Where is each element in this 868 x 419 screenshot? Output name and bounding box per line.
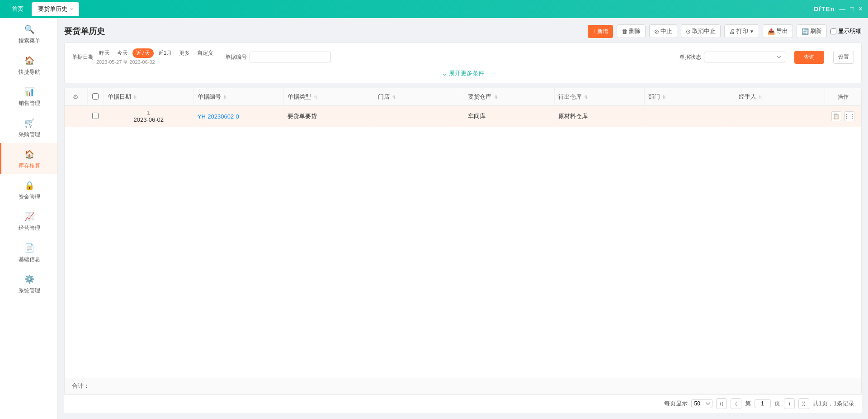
th-check (87, 88, 104, 106)
th-handler: 经手人 ⇅ (735, 88, 825, 106)
brand-label: OfTEn (813, 5, 835, 13)
last-page-button[interactable]: ⟩⟩ (798, 398, 809, 409)
th-handler-label: 经手人 (739, 93, 756, 100)
settings-button[interactable]: 设置 (833, 51, 854, 64)
prev-page-button[interactable]: ⟨ (731, 398, 741, 409)
tab-home[interactable]: 首页 (5, 2, 30, 16)
sidebar-item-sys-mgmt[interactable]: ⚙️ 系统管理 (0, 268, 57, 299)
refresh-label: 刷新 (810, 27, 822, 35)
display-detail-toggle[interactable]: 显示明细 (830, 27, 862, 35)
sidebar-item-sales-mgmt[interactable]: 📊 销售管理 (0, 81, 57, 112)
th-operation: 操作 (825, 88, 861, 106)
date-btn-7days[interactable]: 近7天 (132, 48, 154, 58)
export-button[interactable]: 📤 导出 (763, 24, 793, 38)
inventory-icon: 🏠 (24, 149, 34, 159)
table-wrapper: ⚙ 单据日期 ⇅ 单据编号 ⇅ (64, 88, 862, 394)
th-dept-label: 部门 (648, 93, 660, 100)
select-all-checkbox[interactable] (92, 93, 99, 100)
th-doctype-sort-icon[interactable]: ⇅ (314, 95, 317, 100)
tab-requisition-history[interactable]: 要货单历史 × (32, 2, 79, 16)
tab-close-icon[interactable]: × (70, 6, 73, 12)
th-doc-type: 单据类型 ⇅ (284, 88, 374, 106)
sidebar-item-search-menu[interactable]: 🔍 搜索菜单 (0, 18, 57, 49)
doc-no-filter: 单据编号 (225, 52, 331, 62)
date-btn-today[interactable]: 今天 (114, 48, 131, 58)
refresh-button[interactable]: 🔄 刷新 (797, 24, 827, 38)
search-menu-icon: 🔍 (24, 24, 34, 34)
td-pending-warehouse: 原材料仓库 (554, 106, 644, 127)
window-close-icon[interactable]: × (859, 5, 863, 13)
sidebar-item-inventory-label: 库存核算 (19, 162, 40, 170)
topbar: 首页 要货单历史 × OfTEn — □ × (0, 0, 868, 18)
th-doc-type-label: 单据类型 (288, 93, 311, 100)
minimize-icon[interactable]: — (839, 5, 845, 13)
th-reqwh-sort-icon[interactable]: ⇅ (494, 95, 498, 100)
td-settings (65, 106, 87, 127)
status-select[interactable] (704, 52, 785, 62)
sidebar-item-sales-mgmt-label: 销售管理 (19, 100, 40, 107)
row-checkbox[interactable] (92, 113, 99, 119)
sidebar-item-ops-mgmt[interactable]: 📈 经营管理 (0, 205, 57, 237)
td-store (374, 106, 464, 127)
column-settings-icon[interactable]: ⚙ (73, 93, 79, 100)
date-btn-more[interactable]: 更多 (176, 48, 193, 58)
requisition-table: ⚙ 单据日期 ⇅ 单据编号 ⇅ (65, 88, 861, 127)
row-edit-button[interactable]: 📋 (831, 111, 841, 121)
sidebar-item-purchase-mgmt[interactable]: 🛒 采购管理 (0, 112, 57, 143)
export-icon: 📤 (768, 28, 775, 35)
expand-more[interactable]: ⌄ 展开更多条件 (72, 69, 854, 77)
th-store-sort-icon[interactable]: ⇅ (392, 95, 396, 100)
delete-button[interactable]: 🗑 删除 (617, 24, 646, 38)
th-doc-no-label: 单据编号 (198, 93, 221, 100)
th-doc-no: 单据编号 ⇅ (193, 88, 283, 106)
page-title: 要货单历史 (64, 26, 105, 37)
sidebar-item-quick-nav[interactable]: 🏠 快捷导航 (0, 49, 57, 81)
th-store-label: 门店 (378, 93, 390, 100)
date-btn-yesterday[interactable]: 昨天 (96, 48, 113, 58)
date-btn-custom[interactable]: 自定义 (194, 48, 216, 58)
display-detail-checkbox[interactable] (830, 29, 836, 34)
sidebar-item-inventory[interactable]: 🏠 库存核算 (0, 143, 57, 174)
new-button[interactable]: + 新增 (588, 25, 613, 38)
delete-icon: 🗑 (622, 28, 627, 35)
sidebar-item-finance-mgmt[interactable]: 🔒 资金管理 (0, 174, 57, 205)
tab-home-label: 首页 (12, 5, 24, 13)
th-date-sort-icon[interactable]: ⇅ (133, 95, 137, 100)
th-handler-sort-icon[interactable]: ⇅ (759, 95, 762, 100)
sidebar: 🔍 搜索菜单 🏠 快捷导航 📊 销售管理 🛒 采购管理 🏠 库存核算 🔒 资金管… (0, 18, 58, 419)
query-button[interactable]: 查询 (794, 51, 824, 64)
per-page-select[interactable]: 50 10 20 100 (691, 399, 712, 408)
row-more-button[interactable]: ⋮⋮ (844, 111, 854, 121)
first-page-button[interactable]: ⟨⟨ (716, 398, 727, 409)
next-page-button[interactable]: ⟩ (784, 398, 795, 409)
status-filter: 单据状态 (679, 52, 785, 62)
maximize-icon[interactable]: □ (850, 5, 854, 13)
date-btn-1month[interactable]: 近1月 (156, 48, 175, 58)
cancel-stop-button[interactable]: ⊙ 取消中止 (681, 24, 721, 38)
pagination-bar: 每页显示 50 10 20 100 ⟨⟨ ⟨ 第 页 ⟩ ⟩⟩ 共1页，1条记录 (64, 394, 862, 413)
th-store: 门店 ⇅ (374, 88, 464, 106)
finance-mgmt-icon: 🔒 (24, 181, 34, 190)
th-date-label: 单据日期 (108, 93, 131, 100)
table-row: 1 2023-06-02 YH-20230602-0 要货单要货 (65, 106, 861, 127)
doc-no-link[interactable]: YH-20230602-0 (198, 113, 239, 120)
td-req-warehouse: 车间库 (464, 106, 554, 127)
stop-button[interactable]: ⊘ 中止 (649, 24, 677, 38)
doc-type-value: 要货单要货 (288, 113, 317, 119)
ops-mgmt-icon: 📈 (24, 212, 34, 222)
basic-info-icon: 📄 (24, 243, 34, 253)
current-page-input[interactable] (755, 399, 771, 408)
th-dept-sort-icon[interactable]: ⇅ (662, 95, 666, 100)
print-button[interactable]: 🖨 打印 ▼ (724, 24, 759, 38)
pending-warehouse-value: 原材料仓库 (558, 113, 588, 119)
td-check (87, 106, 104, 127)
th-req-warehouse-label: 要货仓库 (468, 93, 491, 100)
row-date: 2023-06-02 (133, 116, 164, 123)
doc-no-input[interactable] (250, 52, 331, 62)
th-docno-sort-icon[interactable]: ⇅ (223, 95, 227, 100)
sidebar-item-basic-info-label: 基础信息 (19, 256, 40, 263)
stop-icon: ⊘ (654, 28, 659, 35)
sidebar-item-basic-info[interactable]: 📄 基础信息 (0, 237, 57, 268)
sidebar-item-ops-mgmt-label: 经营管理 (19, 224, 40, 232)
th-pendingwh-sort-icon[interactable]: ⇅ (584, 95, 588, 100)
